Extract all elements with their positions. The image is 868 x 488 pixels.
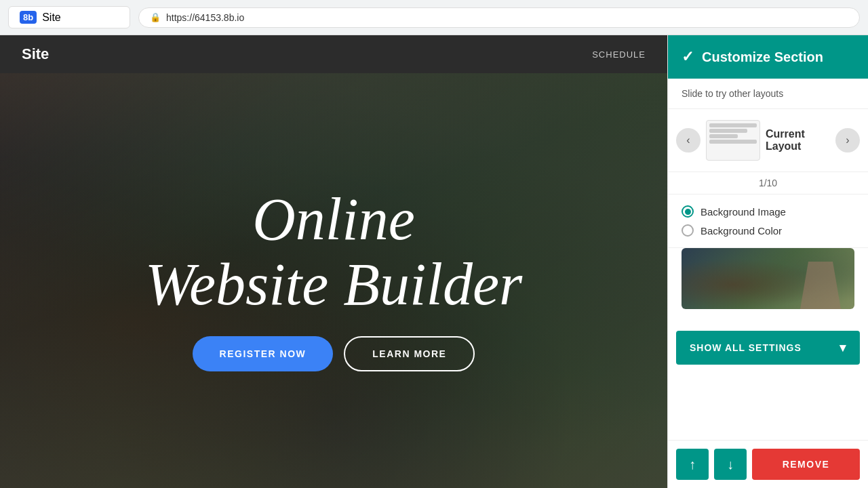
site-nav-logo: Site [22,45,49,63]
hero-buttons: REGISTER NOW LEARN MORE [145,336,522,371]
arrow-up-icon: ↑ [689,457,696,472]
lock-icon: 🔒 [150,12,161,22]
radio-bg-color[interactable] [682,224,694,237]
layout-thumbnail [706,120,760,161]
layout-carousel: ‹ Current Layout › [668,109,868,172]
thumb-line-3 [709,134,738,138]
customize-panel: ✓ Customize Section Slide to try other l… [667,35,868,488]
show-all-settings-button[interactable]: SHOW ALL SETTINGS ▾ [676,331,860,365]
background-image-thumbnail[interactable] [682,248,854,309]
thumbnail-people [800,262,841,309]
panel-header: ✓ Customize Section [668,35,868,79]
bg-color-label: Background Color [701,225,782,237]
chevron-down-icon: ▾ [840,340,846,355]
hero-section: Online Website Builder REGISTER NOW LEAR… [0,73,667,488]
browser-logo-tab[interactable]: 8b Site [8,6,130,28]
browser-tab-label: Site [42,12,61,24]
panel-header-title: Customize Section [702,49,823,65]
thumb-line-4 [709,140,757,144]
thumb-line-2 [709,129,747,133]
chevron-left-icon: ‹ [686,134,690,146]
layout-pagination: 1/10 [668,172,868,195]
address-bar[interactable]: 🔒 https://64153.8b.io [138,7,860,28]
slide-subtitle: Slide to try other layouts [668,79,868,109]
site-nav: Site SCHEDULE [0,35,667,73]
main-area: Site SCHEDULE Online Website Builder REG… [0,35,868,488]
register-now-button[interactable]: REGISTER NOW [193,336,334,371]
move-up-button[interactable]: ↑ [676,449,709,480]
bg-image-label: Background Image [701,206,786,218]
radio-bg-image[interactable] [682,205,694,218]
bg-image-option[interactable]: Background Image [682,205,854,218]
site-nav-links: SCHEDULE [592,49,646,60]
thumb-line-1 [709,123,757,127]
move-down-button[interactable]: ↓ [714,449,747,480]
panel-bottom-actions: ↑ ↓ REMOVE [668,440,868,488]
hero-title-line2: Website Builder [145,255,522,314]
layout-preview: Current Layout [706,120,830,161]
background-options: Background Image Background Color [668,195,868,248]
show-settings-label: SHOW ALL SETTINGS [690,342,802,353]
chevron-right-icon: › [846,134,849,146]
bg-color-option[interactable]: Background Color [682,224,854,237]
check-icon: ✓ [682,48,694,66]
site-preview: Site SCHEDULE Online Website Builder REG… [0,35,667,488]
logo-badge: 8b [20,11,37,24]
browser-bar: 8b Site 🔒 https://64153.8b.io [0,0,868,35]
nav-link-schedule[interactable]: SCHEDULE [592,49,646,60]
hero-title-line1: Online [145,190,522,249]
remove-section-button[interactable]: REMOVE [752,449,860,480]
layout-label: Current Layout [766,128,830,152]
carousel-prev-button[interactable]: ‹ [676,128,701,152]
learn-more-button[interactable]: LEARN MORE [344,336,475,371]
hero-content: Online Website Builder REGISTER NOW LEAR… [145,190,522,371]
url-text: https://64153.8b.io [166,12,244,23]
arrow-down-icon: ↓ [727,457,734,472]
carousel-next-button[interactable]: › [835,128,860,152]
